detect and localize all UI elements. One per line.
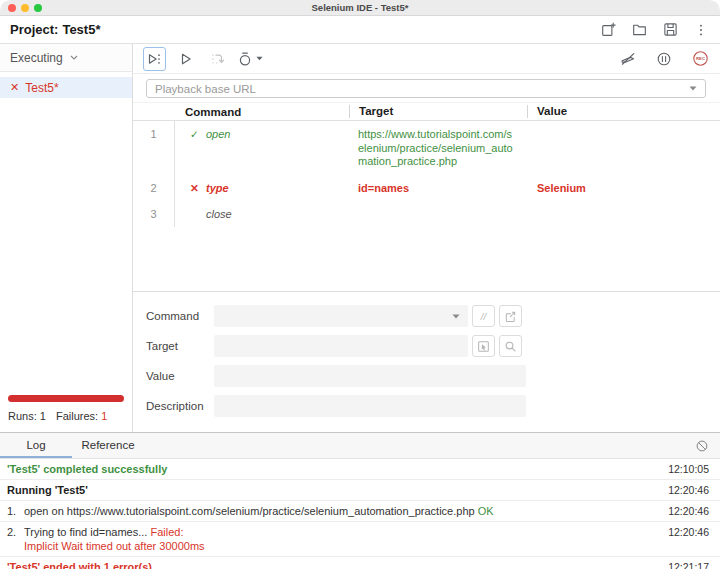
command-cell: open: [206, 128, 230, 141]
playback-base-url-input[interactable]: Playback base URL: [146, 79, 706, 98]
target-cell: https://www.tutorialspoint.com/selenium/…: [349, 121, 527, 175]
target-input[interactable]: [214, 335, 468, 357]
project-title: Project:Test5*: [10, 22, 100, 37]
log-timestamp: 12:10:05: [668, 463, 709, 475]
value-field-label: Value: [146, 370, 214, 382]
project-name: Test5*: [62, 22, 100, 37]
log-step-number: 1.: [7, 505, 24, 517]
log-entry: 'Test5' completed successfully 12:10:05: [0, 459, 720, 480]
record-button[interactable]: REC: [689, 47, 711, 71]
save-icon: [663, 22, 678, 37]
open-folder-icon: [632, 22, 647, 37]
test-name: Test5*: [25, 81, 58, 95]
pause-on-exceptions-button[interactable]: [653, 47, 675, 71]
tests-sidebar: Executing ✕ Test5* Runs: 1 Failures: 1: [0, 44, 133, 432]
maximize-window-button[interactable]: [34, 4, 42, 12]
kebab-menu-icon: [694, 23, 708, 37]
log-message: 'Test5' ended with 1 error(s): [7, 561, 658, 569]
target-cell: id=names: [349, 175, 527, 202]
toggle-comment-button[interactable]: //: [472, 305, 495, 327]
window-title: Selenium IDE - Test5*: [312, 2, 409, 13]
table-row[interactable]: 3 close: [133, 201, 720, 227]
more-menu-button[interactable]: [692, 21, 710, 39]
tests-filter-dropdown[interactable]: Executing: [0, 44, 132, 72]
clear-log-button[interactable]: [695, 439, 709, 453]
row-number: 3: [133, 201, 175, 227]
command-cell: close: [206, 208, 232, 221]
step-over-icon: [209, 51, 225, 67]
disable-breakpoints-button[interactable]: [617, 47, 639, 71]
value-cell: [527, 121, 720, 175]
log-entries: 'Test5' completed successfully 12:10:05 …: [0, 459, 720, 569]
table-row[interactable]: 1 ✓open https://www.tutorialspoint.com/s…: [133, 121, 720, 175]
new-project-button[interactable]: [599, 21, 617, 39]
log-entry: Running 'Test5' 12:20:46: [0, 480, 720, 501]
row-number: 1: [133, 121, 175, 175]
run-all-tests-button[interactable]: [143, 47, 166, 71]
test-editor-panel: REC Playback base URL Command Target Val…: [133, 44, 720, 432]
commands-table: Command Target Value 1 ✓open https://www…: [133, 102, 720, 291]
test-speed-control[interactable]: [237, 51, 263, 67]
test-failed-icon: ✕: [10, 81, 19, 94]
value-input[interactable]: [214, 365, 526, 387]
chevron-down-icon: [689, 86, 697, 91]
log-tabbar: Log Reference: [0, 433, 720, 459]
commands-table-header: Command Target Value: [133, 102, 720, 121]
command-column-header: Command: [175, 106, 349, 118]
step-failed-icon: ✕: [190, 182, 200, 195]
window-controls: [8, 4, 42, 12]
target-cell: [349, 201, 527, 227]
play-icon: [178, 51, 194, 67]
select-target-button[interactable]: [472, 335, 495, 357]
save-project-button[interactable]: [661, 21, 679, 39]
chevron-down-icon: [452, 314, 460, 319]
find-target-button[interactable]: [499, 335, 522, 357]
description-field-label: Description: [146, 400, 214, 412]
value-cell: Selenium: [527, 175, 720, 202]
log-entry: 1. open on https://www.tutorialspoint.co…: [0, 501, 720, 522]
record-icon: REC: [692, 50, 709, 67]
open-in-new-icon: [504, 310, 517, 323]
runs-count: Runs: 1: [8, 410, 46, 422]
tab-reference[interactable]: Reference: [72, 433, 144, 458]
description-input[interactable]: [214, 395, 526, 417]
log-timestamp: 12:20:46: [668, 505, 709, 517]
tab-log[interactable]: Log: [0, 433, 72, 458]
log-step-number: 2.: [7, 526, 24, 538]
row-number: 2: [133, 175, 175, 202]
run-summary: Runs: 1 Failures: 1: [0, 389, 132, 432]
sidebar-item-test5[interactable]: ✕ Test5*: [0, 77, 132, 98]
playback-toolbar: REC: [133, 44, 720, 74]
clear-log-icon: [695, 439, 709, 453]
log-timestamp: 12:20:46: [668, 484, 709, 496]
log-entry: 2. Trying to find id=names... Failed: Im…: [0, 522, 720, 557]
chevron-down-icon: [256, 56, 263, 61]
value-cell: [527, 201, 720, 227]
main-area: Executing ✕ Test5* Runs: 1 Failures: 1: [0, 44, 720, 432]
minimize-window-button[interactable]: [21, 4, 29, 12]
log-message: open on https://www.tutorialspoint.com/s…: [24, 505, 658, 518]
close-window-button[interactable]: [8, 4, 16, 12]
pause-circle-icon: [656, 51, 672, 67]
command-edit-form: Command // Target Value: [133, 291, 720, 432]
disable-breakpoints-icon: [619, 51, 637, 66]
open-in-new-window-button[interactable]: [499, 305, 522, 327]
step-over-button[interactable]: [206, 47, 228, 71]
target-field-label: Target: [146, 340, 214, 352]
run-all-icon: [146, 51, 163, 67]
target-column-header: Target: [349, 105, 527, 118]
command-cell: type: [206, 182, 229, 195]
log-entry: 'Test5' ended with 1 error(s) 12:21:17: [0, 557, 720, 569]
chevron-down-icon: [70, 55, 78, 60]
log-message: 'Test5' completed successfully: [7, 463, 658, 476]
playback-url-row: Playback base URL: [133, 74, 720, 102]
run-current-test-button[interactable]: [175, 47, 197, 71]
run-progress-bar: [8, 395, 124, 402]
titlebar: Selenium IDE - Test5*: [0, 0, 720, 16]
command-select[interactable]: [214, 305, 468, 327]
tests-filter-label: Executing: [10, 51, 63, 65]
log-message: Running 'Test5': [7, 484, 658, 497]
log-panel: Log Reference 'Test5' completed successf…: [0, 432, 720, 569]
table-row[interactable]: 2 ✕type id=names Selenium: [133, 175, 720, 202]
open-project-button[interactable]: [630, 21, 648, 39]
